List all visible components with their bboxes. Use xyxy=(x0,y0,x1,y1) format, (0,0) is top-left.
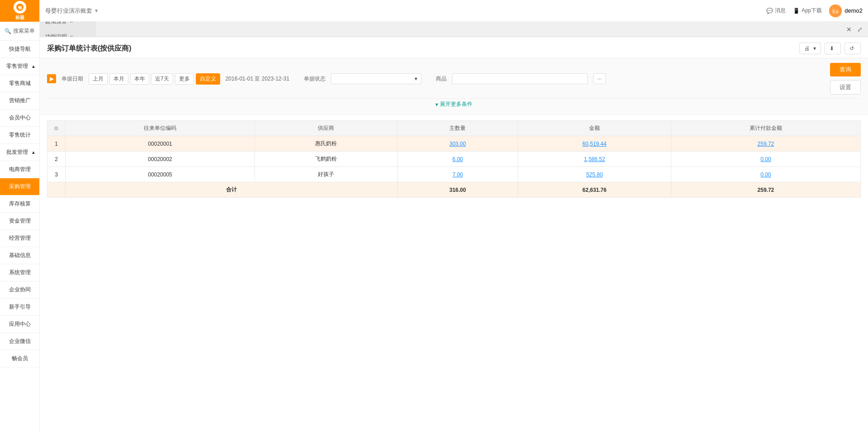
tab-overstock-warning[interactable]: 超储预警✕ xyxy=(40,22,95,29)
cell-index-1: 2 xyxy=(47,152,66,167)
sidebar-item-purchase-mgmt[interactable]: 采购管理 xyxy=(0,178,39,195)
sidebar-item-basic-info[interactable]: 基础信息 xyxy=(0,247,39,264)
date-btn-last-month[interactable]: 上月 xyxy=(89,73,108,85)
status-select[interactable]: ▾ xyxy=(331,73,421,84)
cell-amount-1[interactable]: 1,586.52 xyxy=(518,152,671,167)
workspace-selector[interactable]: 母婴行业演示账套 ▾ xyxy=(45,7,766,15)
sidebar-item-label-inventory-check: 库存核算 xyxy=(2,200,38,208)
cell-paid-2[interactable]: 0.00 xyxy=(671,167,860,182)
expand-icon: ▾ xyxy=(435,101,438,108)
cell-amount-0[interactable]: 60,519.44 xyxy=(518,136,671,152)
sidebar-item-label-enterprise-wechat: 企业微信 xyxy=(2,338,38,345)
goods-input-more[interactable]: ··· xyxy=(593,73,606,84)
cell-code-2: 00020005 xyxy=(66,167,255,182)
sidebar-item-retail-mgmt[interactable]: 零售管理▲ xyxy=(0,58,39,75)
sidebar-item-new-guide[interactable]: 新手引导 xyxy=(0,299,39,316)
sidebar-item-label-sys-mgmt: 系统管理 xyxy=(2,269,38,276)
sidebar-item-enterprise-wechat[interactable]: 企业微信 xyxy=(0,333,39,350)
print-icon: 🖨 xyxy=(804,45,810,52)
footer-amount: 62,631.76 xyxy=(518,182,671,198)
workspace-name: 母婴行业演示账套 xyxy=(45,7,92,15)
settings-icon[interactable]: ⚙ xyxy=(53,125,60,132)
cell-amount-2[interactable]: 525.80 xyxy=(518,167,671,182)
date-btn-this-year[interactable]: 本年 xyxy=(130,73,149,85)
page-header-actions: 🖨 ▾ ⬇ ↺ xyxy=(799,43,861,54)
message-button[interactable]: 💬 消息 xyxy=(766,7,786,14)
date-btn-more[interactable]: 更多 xyxy=(175,73,194,85)
print-button[interactable]: 🖨 ▾ xyxy=(799,43,821,54)
col-settings[interactable]: ⚙ xyxy=(47,121,66,136)
cell-supplier-2: 好孩子 xyxy=(255,167,397,182)
sidebar-search-area[interactable]: 🔍 搜索菜单 xyxy=(0,22,39,41)
cell-supplier-0: 惠氏奶粉 xyxy=(255,136,397,152)
sidebar-item-batch-mgmt[interactable]: 批发管理▲ xyxy=(0,144,39,161)
tabbar: 首页收发存汇总表✕要货单统计表✕可用量库存账本✕保质期查询✕超储预警✕功能说明✕… xyxy=(40,22,868,37)
sidebar-item-label-new-guide: 新手引导 xyxy=(2,303,38,311)
sidebar-nav: 快捷导航零售管理▲零售商城营销推广会员中心零售统计批发管理▲电商管理采购管理库存… xyxy=(0,41,39,367)
status-select-arrow: ▾ xyxy=(415,76,417,82)
settings-button[interactable]: 设置 xyxy=(830,80,861,95)
message-label: 消息 xyxy=(775,7,786,14)
user-profile-button[interactable]: Ea demo2 xyxy=(829,5,863,17)
sidebar-item-sys-mgmt[interactable]: 系统管理 xyxy=(0,264,39,281)
date-btn-this-month[interactable]: 本月 xyxy=(109,73,128,85)
table-header-row: ⚙ 往来单位编码 供应商 主数量 金额 累计付款金额 xyxy=(47,121,861,136)
sidebar-item-retail-shop[interactable]: 零售商城 xyxy=(0,75,39,92)
maximize-tab-button[interactable]: ⤢ xyxy=(855,25,864,34)
purchase-order-table: ⚙ 往来单位编码 供应商 主数量 金额 累计付款金额 1 00020001 惠氏… xyxy=(47,120,861,198)
sidebar-item-capital-mgmt[interactable]: 资金管理 xyxy=(0,213,39,230)
cell-supplier-1: 飞鹤奶粉 xyxy=(255,152,397,167)
footer-paid: 259.72 xyxy=(671,182,860,198)
username-label: demo2 xyxy=(844,7,863,14)
svg-text:Ea: Ea xyxy=(833,9,839,14)
search-menu-button[interactable]: 🔍 搜索菜单 xyxy=(3,25,37,37)
refresh-icon: ↺ xyxy=(849,45,854,52)
search-icon: 🔍 xyxy=(5,28,11,34)
sidebar-item-label-quick-nav: 快捷导航 xyxy=(2,45,38,53)
close-tab-button[interactable]: ✕ xyxy=(844,25,854,34)
export-button[interactable]: ⬇ xyxy=(825,43,841,54)
sidebar-item-ecommerce-mgmt[interactable]: 电商管理 xyxy=(0,161,39,178)
cell-index-2: 3 xyxy=(47,167,66,182)
sidebar-item-ops-mgmt[interactable]: 经营管理 xyxy=(0,230,39,247)
expand-more-button[interactable]: ▾ 展开更多条件 xyxy=(47,98,861,110)
sidebar-item-vip-member[interactable]: 畅会员 xyxy=(0,350,39,367)
sidebar-item-inventory-check[interactable]: 库存核算 xyxy=(0,195,39,213)
query-button[interactable]: 查询 xyxy=(830,63,861,76)
cell-code-1: 00020002 xyxy=(66,152,255,167)
table-row: 2 00020002 飞鹤奶粉 6.00 1,586.52 0.00 xyxy=(47,152,861,167)
cell-paid-0[interactable]: 259.72 xyxy=(671,136,860,152)
cell-paid-1[interactable]: 0.00 xyxy=(671,152,860,167)
col-code: 往来单位编码 xyxy=(66,121,255,136)
table-footer-row: 合计 316.00 62,631.76 259.72 xyxy=(47,182,861,198)
col-supplier: 供应商 xyxy=(255,121,397,136)
date-btn-custom[interactable]: 自定义 xyxy=(196,73,220,85)
tab-func-desc[interactable]: 功能说明✕ xyxy=(40,29,95,38)
sidebar-item-retail-stats[interactable]: 零售统计 xyxy=(0,127,39,144)
cell-index-0: 1 xyxy=(47,136,66,152)
sidebar-item-label-retail-mgmt: 零售管理 xyxy=(4,62,30,70)
sidebar-item-member-center[interactable]: 会员中心 xyxy=(0,109,39,127)
refresh-button[interactable]: ↺ xyxy=(844,43,861,54)
filter-toggle-button[interactable]: ▶ xyxy=(47,74,56,83)
footer-label: 合计 xyxy=(66,182,398,198)
app-icon: 📱 xyxy=(793,8,800,14)
sidebar-item-label-ops-mgmt: 经营管理 xyxy=(2,234,38,242)
cell-quantity-0[interactable]: 303.00 xyxy=(397,136,518,152)
sidebar-item-app-center[interactable]: 应用中心 xyxy=(0,316,39,333)
app-download-button[interactable]: 📱 App下载 xyxy=(793,7,822,14)
date-btn-7days[interactable]: 近7天 xyxy=(151,73,173,85)
table-header: ⚙ 往来单位编码 供应商 主数量 金额 累计付款金额 xyxy=(47,121,861,136)
cell-quantity-2[interactable]: 7.00 xyxy=(397,167,518,182)
date-label: 单据日期 xyxy=(61,75,83,83)
sidebar-item-quick-nav[interactable]: 快捷导航 xyxy=(0,41,39,58)
sidebar-item-marketing[interactable]: 营销推广 xyxy=(0,92,39,109)
sidebar-item-enterprise-collab[interactable]: 企业协同 xyxy=(0,281,39,299)
logo-icon: 畅 xyxy=(14,1,26,14)
sidebar-item-label-batch-mgmt: 批发管理 xyxy=(4,148,30,156)
sidebar-item-label-marketing: 营销推广 xyxy=(2,97,38,105)
sidebar-item-label-ecommerce-mgmt: 电商管理 xyxy=(2,166,38,173)
tab-close-overstock-warning[interactable]: ✕ xyxy=(70,22,73,24)
goods-input[interactable] xyxy=(452,73,588,84)
cell-quantity-1[interactable]: 6.00 xyxy=(397,152,518,167)
